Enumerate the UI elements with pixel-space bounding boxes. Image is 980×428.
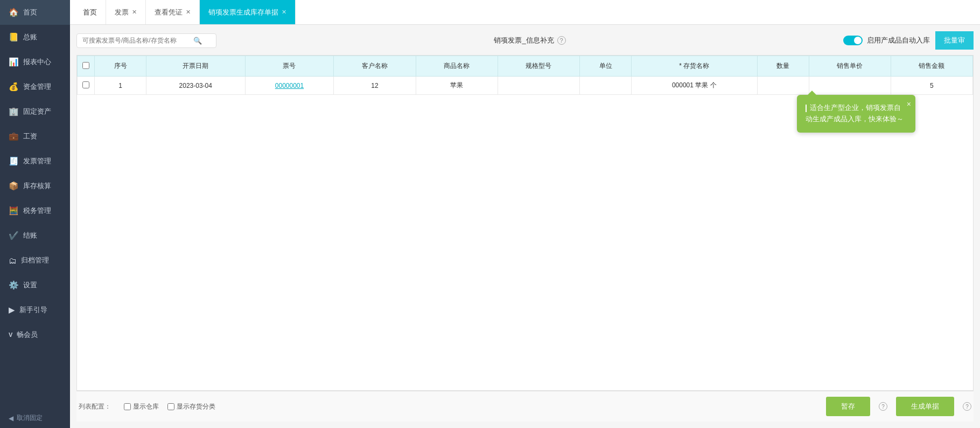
select-all-checkbox[interactable] (82, 62, 89, 69)
tab-sales-return[interactable]: 销项发票生成库存单据 ✕ (200, 0, 296, 24)
home-icon: 🏠 (9, 8, 19, 17)
cell-customer: 12 (334, 77, 416, 95)
sidebar-item-tax[interactable]: 🧮 税务管理 (0, 198, 70, 223)
funds-icon: 💰 (9, 82, 19, 92)
header-amount: 销售金额 (891, 56, 972, 77)
invoice-mgmt-icon: 🧾 (9, 156, 19, 166)
bottom-bar: 列表配置： 显示仓库 显示存货分类 暂存 ? 生成单据 ? (76, 391, 974, 422)
header-product: 商品名称 (416, 56, 498, 77)
info-section: 销项发票_信息补充 ? (222, 36, 838, 45)
header-date: 开票日期 (146, 56, 246, 77)
header-customer: 客户名称 (334, 56, 416, 77)
cell-inventory: 000001 苹果 个 (632, 77, 758, 95)
sidebar-item-reports[interactable]: 📊 报表中心 (0, 50, 70, 74)
tooltip-popup: × 适合生产型企业，销项发票自动生成产成品入库，快来体验～ (797, 95, 915, 133)
header-unit: 单位 (580, 56, 632, 77)
settings-icon: ⚙️ (9, 280, 19, 290)
toggle-label: 启用产成品自动入库 (867, 36, 930, 45)
cell-spec (498, 77, 579, 95)
tab-invoice[interactable]: 发票 ✕ (106, 0, 146, 24)
archive-icon: 🗂 (9, 256, 17, 265)
list-config-label: 列表配置： (79, 402, 111, 411)
page-content: 🔍 销项发票_信息补充 ? 启用产成品自动入库 批量审 (70, 25, 980, 428)
ticket-link[interactable]: 00000001 (275, 82, 304, 89)
sidebar-unpin[interactable]: ◀ 取消固定 (0, 408, 70, 428)
generate-help-icon[interactable]: ? (963, 402, 971, 411)
info-help-icon[interactable]: ? (557, 36, 566, 45)
save-help-icon[interactable]: ? (879, 402, 887, 411)
tab-sales-return-close[interactable]: ✕ (282, 9, 286, 16)
search-icon[interactable]: 🔍 (193, 37, 202, 45)
tab-bar: 首页 发票 ✕ 查看凭证 ✕ 销项发票生成库存单据 ✕ (70, 0, 980, 25)
save-button[interactable]: 暂存 (826, 397, 870, 416)
table-header-row: 序号 开票日期 票号 客户名称 商品名称 规格型号 单位 * 存货名称 数量 销… (78, 56, 973, 77)
sidebar-item-wages[interactable]: 💼 工资 (0, 124, 70, 149)
header-unit-price: 销售单价 (809, 56, 891, 77)
auto-warehouse-toggle[interactable] (843, 36, 863, 45)
sidebar: 🏠 首页 📒 总账 📊 报表中心 💰 资金管理 🏢 固定资产 💼 工资 🧾 发票… (0, 0, 70, 428)
row-checkbox[interactable] (82, 81, 89, 88)
cell-unit (580, 77, 632, 95)
header-inventory: * 存货名称 (632, 56, 758, 77)
show-category-label[interactable]: 显示存货分类 (167, 402, 215, 411)
data-table: 序号 开票日期 票号 客户名称 商品名称 规格型号 单位 * 存货名称 数量 销… (77, 56, 973, 95)
sidebar-item-invoice-mgmt[interactable]: 🧾 发票管理 (0, 149, 70, 174)
header-spec: 规格型号 (498, 56, 579, 77)
inventory-icon: 📦 (9, 181, 19, 191)
tooltip-cursor (806, 105, 807, 112)
cell-unit-price (809, 77, 891, 95)
sidebar-item-assets[interactable]: 🏢 固定资产 (0, 99, 70, 124)
search-input[interactable] (82, 37, 190, 44)
unpin-arrow-icon: ◀ (9, 415, 13, 422)
header-seq: 序号 (95, 56, 146, 77)
tooltip-close-button[interactable]: × (907, 98, 911, 110)
search-box[interactable]: 🔍 (76, 33, 216, 48)
cell-seq: 1 (95, 77, 146, 95)
tab-home[interactable]: 首页 (74, 0, 106, 24)
info-label: 销项发票_信息补充 (494, 36, 554, 45)
toggle-section: 启用产成品自动入库 (843, 36, 930, 45)
show-warehouse-checkbox[interactable] (124, 403, 131, 410)
row-checkbox-cell (78, 77, 95, 95)
settlement-icon: ✔️ (9, 231, 19, 240)
tooltip-text: 适合生产型企业，销项发票自动生成产成品入库，快来体验～ (806, 103, 904, 123)
table-row: 1 2023-03-04 00000001 12 苹果 000001 苹果 个 … (78, 77, 973, 95)
batch-button[interactable]: 批量审 (935, 31, 974, 50)
reports-icon: 📊 (9, 57, 19, 67)
wages-icon: 💼 (9, 132, 19, 141)
sidebar-item-home[interactable]: 🏠 首页 (0, 0, 70, 25)
sidebar-item-guide[interactable]: ▶ 新手引导 (0, 298, 70, 322)
show-warehouse-label[interactable]: 显示仓库 (124, 402, 159, 411)
header-qty: 数量 (757, 56, 809, 77)
assets-icon: 🏢 (9, 107, 19, 116)
show-category-checkbox[interactable] (167, 403, 174, 410)
generate-button[interactable]: 生成单据 (896, 397, 954, 416)
header-checkbox-cell (78, 56, 95, 77)
sidebar-item-settings[interactable]: ⚙️ 设置 (0, 273, 70, 298)
tab-voucher-close[interactable]: ✕ (186, 9, 191, 16)
tax-icon: 🧮 (9, 206, 19, 216)
sidebar-item-settlement[interactable]: ✔️ 结账 (0, 223, 70, 248)
sidebar-item-ledger[interactable]: 📒 总账 (0, 25, 70, 50)
header-ticket-no: 票号 (245, 56, 334, 77)
main-content: 首页 发票 ✕ 查看凭证 ✕ 销项发票生成库存单据 ✕ 🔍 销项发票_信息补充 … (70, 0, 980, 428)
cell-ticket-no[interactable]: 00000001 (245, 77, 334, 95)
cell-date: 2023-03-04 (146, 77, 246, 95)
cell-amount: 5 (891, 77, 972, 95)
ledger-icon: 📒 (9, 32, 19, 42)
member-icon: V (9, 332, 12, 338)
tab-voucher[interactable]: 查看凭证 ✕ (146, 0, 200, 24)
cell-product: 苹果 (416, 77, 498, 95)
tab-invoice-close[interactable]: ✕ (132, 9, 137, 16)
sidebar-item-inventory[interactable]: 📦 库存核算 (0, 174, 70, 198)
sidebar-item-funds[interactable]: 💰 资金管理 (0, 74, 70, 99)
toolbar-top: 🔍 销项发票_信息补充 ? 启用产成品自动入库 批量审 (76, 31, 974, 50)
sidebar-item-archive[interactable]: 🗂 归档管理 (0, 248, 70, 273)
cell-qty (757, 77, 809, 95)
guide-icon: ▶ (9, 305, 15, 315)
sidebar-item-member[interactable]: V 畅会员 (0, 322, 70, 347)
